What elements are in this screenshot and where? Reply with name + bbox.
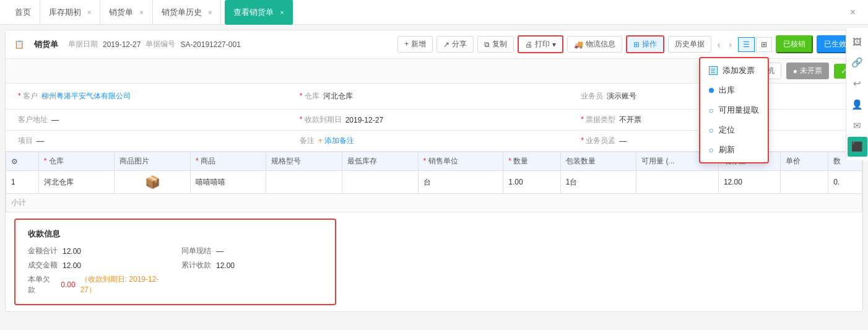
col-warehouse: * 仓库 <box>38 152 115 171</box>
col-gear[interactable]: ⚙ <box>6 152 39 171</box>
position-item[interactable]: ○ 定位 <box>700 120 768 140</box>
sidebar-expand-icon[interactable]: ⬛ <box>848 137 867 157</box>
add-invoice-item[interactable]: ☰ 添加发票 <box>700 61 768 80</box>
cumulative-collection-row: 累计收款 12.00 <box>181 260 323 271</box>
total-amount-label: 金额合计 <box>28 246 58 256</box>
sidebar-image-icon[interactable]: 🖼 <box>848 32 867 51</box>
row-price <box>780 171 828 194</box>
out-stock-label: 出库 <box>719 85 735 96</box>
customer-value[interactable]: 柳州粤港平安气体有限公司 <box>41 91 131 102</box>
due-date-field: 收款到期日 2019-12-27 <box>300 115 569 125</box>
note-value[interactable]: + 添加备注 <box>318 136 354 146</box>
sidebar-mail-icon[interactable]: ✉ <box>848 116 867 136</box>
tab-inventory-init[interactable]: 库存期初 × <box>40 0 100 25</box>
customer-field: 客户 柳州粤港平安气体有限公司 <box>18 91 287 102</box>
circle-icon-1: ○ <box>709 105 714 115</box>
row-spec <box>266 171 342 194</box>
col-min-stock: 最低库存 <box>342 152 419 171</box>
tab-sales-history-label: 销货单历史 <box>162 7 202 18</box>
list-view-btn[interactable]: ☰ <box>738 37 755 52</box>
tab-view-sales[interactable]: 查看销货单 × <box>225 0 293 25</box>
same-order-settle-value: — <box>216 247 224 256</box>
row-min-stock <box>342 171 419 194</box>
col-spec: 规格型号 <box>266 152 342 171</box>
window-close-button[interactable]: × <box>844 7 862 18</box>
cumulative-collection-value: 12.00 <box>216 261 235 270</box>
outstanding-row: 本单欠款 0.00 （收款到期日: 2019-12-27） <box>28 274 169 295</box>
tab-sales-history[interactable]: 销货单历史 × <box>153 0 221 25</box>
print-button[interactable]: 🖨 打印 ▾ <box>518 35 563 53</box>
col-pack-qty: 包装数量 <box>560 152 636 171</box>
document-header: 📋 销货单 单据日期 2019-12-27 单据编号 SA-20191227-0… <box>6 30 862 59</box>
row-stock: 12.00 <box>718 171 780 194</box>
next-arrow[interactable]: › <box>726 38 734 51</box>
grid-view-btn[interactable]: ⊞ <box>756 37 772 52</box>
date-label: 单据日期 <box>68 39 98 50</box>
tab-view-sales-close[interactable]: × <box>280 9 284 16</box>
dot-icon <box>709 88 714 93</box>
subtotal-label: 小计 <box>6 194 862 212</box>
outstanding-value: 0.00 <box>61 280 75 289</box>
tab-inventory-init-close[interactable]: × <box>87 9 91 16</box>
project-field: 项目 — <box>18 136 287 146</box>
gear-icon: ⚙ <box>11 157 18 166</box>
out-stock-item[interactable]: 出库 <box>700 80 768 100</box>
prev-arrow[interactable]: ‹ <box>715 38 723 51</box>
warehouse-field: 仓库 河北仓库 <box>300 91 569 102</box>
tab-sales-history-close[interactable]: × <box>208 9 212 16</box>
sold-status-button[interactable]: 已核销 <box>776 35 813 53</box>
logistics-button[interactable]: 🚚 物流信息 <box>567 36 622 53</box>
tab-sales-order-close[interactable]: × <box>139 9 143 16</box>
tab-home[interactable]: 首页 <box>6 0 40 25</box>
tab-view-sales-label: 查看销货单 <box>233 7 274 18</box>
warehouse-label: 仓库 <box>300 91 319 102</box>
payment-grid: 金额合计 12.00 同单现结 — 成交金额 12.00 累计收款 12.00 … <box>28 246 323 295</box>
sales-emp-value: — <box>619 137 627 145</box>
invoice-icon: ☰ <box>709 66 718 75</box>
row-unit: 台 <box>418 171 503 194</box>
outstanding-label: 本单欠款 <box>28 274 56 295</box>
share-button[interactable]: ↗ 分享 <box>436 36 474 53</box>
operation-icon: ⊞ <box>633 40 640 49</box>
ticket-icon: ● <box>793 67 797 76</box>
col-unit: * 销售单位 <box>418 152 503 171</box>
date-value: 2019-12-27 <box>103 40 141 49</box>
col-image: 商品图片 <box>115 152 191 171</box>
number-label: 单据编号 <box>145 39 175 50</box>
add-invoice-label: 添加发票 <box>723 65 755 76</box>
not-open-button[interactable]: ● 未开票 <box>786 63 829 79</box>
available-extract-item[interactable]: ○ 可用量提取 <box>700 100 768 120</box>
new-button[interactable]: + 新增 <box>397 36 432 53</box>
sidebar-user-icon[interactable]: 👤 <box>848 95 867 115</box>
employee-value: 演示账号 <box>607 91 636 102</box>
project-label: 项目 <box>18 136 33 146</box>
number-value: SA-20191227-001 <box>180 40 240 49</box>
logistics-icon: 🚚 <box>574 40 583 49</box>
payment-section: 收款信息 金额合计 12.00 同单现结 — 成交金额 12.00 累计收款 1… <box>14 219 336 305</box>
row-extra: 0. <box>828 171 862 194</box>
copy-icon: ⧉ <box>484 40 490 49</box>
tab-sales-order[interactable]: 销货单 × <box>100 0 152 25</box>
print-icon: 🖨 <box>525 40 532 49</box>
total-amount-row: 金额合计 12.00 <box>28 246 169 256</box>
sidebar-link-icon[interactable]: 🔗 <box>848 53 867 72</box>
history-button[interactable]: 历史单据 <box>668 36 711 53</box>
row-available <box>636 171 719 194</box>
operation-button[interactable]: ⊞ 操作 <box>626 35 664 53</box>
doc-meta: 单据日期 2019-12-27 单据编号 SA-20191227-001 <box>68 39 241 50</box>
ticket-type-label: 票据类型 <box>581 115 615 125</box>
row-num: 1 <box>6 171 39 194</box>
copy-button[interactable]: ⧉ 复制 <box>477 36 514 53</box>
operation-dropdown: ☰ 添加发票 出库 ○ 可用量提取 ○ 定位 ○ 刷新 <box>699 57 769 163</box>
doc-icon: 📋 <box>14 40 24 49</box>
row-pack-qty: 1台 <box>560 171 636 194</box>
circle-icon-3: ○ <box>709 145 714 155</box>
sidebar-return-icon[interactable]: ↩ <box>848 74 867 93</box>
refresh-item[interactable]: ○ 刷新 <box>700 140 768 160</box>
same-order-settle-row: 同单现结 — <box>181 246 323 256</box>
tab-bar: 首页 库存期初 × 销货单 × 销货单历史 × 查看销货单 × × <box>0 0 868 25</box>
print-dropdown-arrow[interactable]: ▾ <box>552 40 556 49</box>
row-image: 📦 <box>115 171 191 194</box>
table-row: 1 河北仓库 📦 嘻嘻嘻嘻 台 1.00 1台 12.00 <box>6 171 862 194</box>
col-qty: * 数量 <box>503 152 560 171</box>
